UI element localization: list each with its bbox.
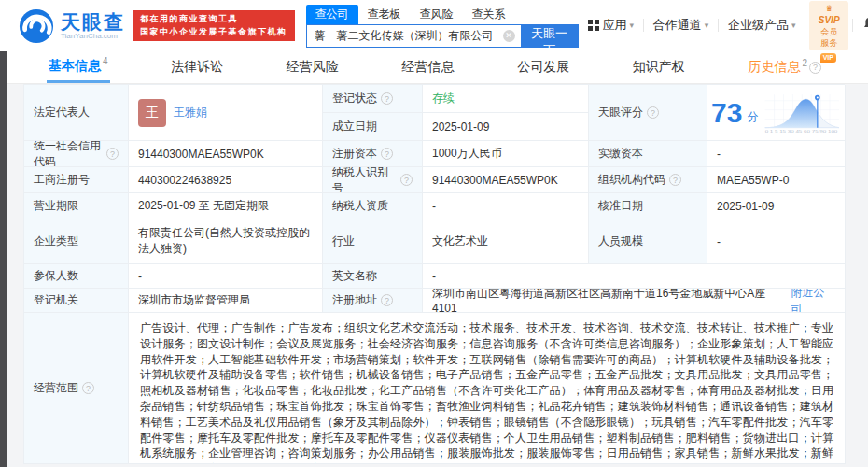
status-badge: 存续 [432, 91, 455, 106]
svip-label: SVIP [819, 15, 840, 25]
help-icon[interactable]: ? [106, 148, 119, 160]
tianyancha-score[interactable]: 73 分 [707, 85, 846, 141]
search-tab-risk[interactable]: 查风险 [411, 5, 463, 24]
search-tab-company[interactable]: 查公司 [306, 5, 358, 24]
slogan-line1: 都在用的商业查询工具 [140, 13, 287, 25]
field-label-taxpayer-qual: 纳税人资质 [323, 193, 423, 219]
help-icon[interactable]: ? [647, 106, 659, 119]
tab-development-label: 公司发展 [517, 59, 569, 76]
chevron-down-icon: ▾ [705, 21, 709, 30]
vip-badge: VIP [820, 53, 836, 63]
field-value-uscc: 91440300MAEA55WP0K [129, 141, 323, 167]
value-text: 91440300MAEA55WP0K [432, 174, 558, 187]
value-text: 有限责任公司(自然人投资或控股的法人独资) [138, 226, 310, 255]
label-text: 行业 [332, 234, 355, 249]
help-icon[interactable]: ? [381, 148, 393, 160]
field-label-legal-rep: 法定代表人 [24, 85, 129, 141]
field-label-term: 营业期限 [24, 193, 129, 219]
field-label-uscc: 统一社会信用代码 ? [24, 141, 129, 167]
svip-member-button[interactable]: ♛ SVIP 会员服务 [809, 1, 848, 51]
label-text: 参保人数 [34, 268, 78, 284]
tab-ip[interactable]: 知识产权 [631, 51, 687, 83]
value-text: 文化艺术业 [432, 234, 488, 249]
label-text: 核准日期 [598, 198, 643, 214]
clear-icon[interactable]: ✕ [503, 30, 515, 42]
field-value-reg-no: 440300224638925 [129, 167, 323, 193]
menu-apps-label: 应用 [603, 17, 627, 34]
slogan-line2: 国家中小企业发展子基金旗下机构 [140, 26, 287, 38]
top-header: 天眼查 TianYanCha.com 都在用的商业查询工具 国家中小企业发展子基… [0, 0, 868, 51]
tab-risk-label: 经营风险 [287, 59, 339, 76]
search-tabs: 查公司 查老板 查风险 查关系 [306, 5, 579, 24]
field-value-authority: 深圳市市场监督管理局 [129, 289, 323, 313]
help-icon[interactable]: ? [400, 174, 413, 186]
field-label-address: 注册地址 ? [323, 289, 423, 313]
label-text: 纳税人识别号 [332, 167, 397, 193]
value-text: 91440300MAEA55WP0K [138, 148, 264, 161]
help-icon[interactable]: ? [381, 92, 393, 105]
search-button[interactable]: 天眼一下 [521, 24, 579, 48]
field-label-company-type: 企业类型 [24, 219, 129, 264]
label-text: 法定代表人 [34, 105, 90, 120]
tab-operation[interactable]: 经营信息 [399, 51, 455, 83]
label-text: 纳税人资质 [332, 198, 388, 214]
notifications-button[interactable] [853, 16, 868, 35]
tab-ip-label: 知识产权 [633, 59, 685, 76]
field-value-insured: - [129, 264, 323, 289]
value-text: MAEA55WP-0 [717, 174, 789, 187]
field-label-industry: 行业 [323, 219, 423, 264]
label-text: 经营范围 [34, 380, 78, 396]
menu-cooperation[interactable]: 合作通道 ▾ [644, 17, 719, 34]
menu-enterprise[interactable]: 企业级产品 ▾ [719, 17, 805, 34]
nearby-companies-link[interactable]: 附近公司 [791, 289, 835, 313]
score-unit: 分 [747, 109, 758, 125]
basic-info-table: 法定代表人 王 王雅娟 登记状态 ? 存续 成立日期 2025-01-09 天眼… [23, 84, 845, 464]
scope-text: 广告设计、代理；广告制作；广告发布；组织文化艺术交流活动；技术服务、技术开发、技… [140, 321, 833, 464]
field-label-staff-size: 人员规模 [589, 219, 707, 264]
help-icon[interactable]: ? [669, 174, 681, 186]
address-text: 深圳市南山区粤海街道高新区社区高新南十道16号金地威新中心A座4101 [432, 289, 787, 313]
field-label-reg-status: 登记状态 ? [323, 85, 423, 113]
field-value-english-name: - [423, 264, 846, 289]
field-value-taxpayer-qual: - [423, 193, 589, 219]
label-text: 登记状态 [332, 91, 377, 106]
field-label-reg-capital: 注册资本 ? [323, 141, 423, 167]
tianyancha-logo[interactable]: 天眼查 TianYanCha.com [19, 8, 125, 44]
search-tab-relation[interactable]: 查关系 [463, 5, 515, 24]
tab-basic-info[interactable]: 基本信息 4 [47, 51, 110, 83]
field-label-est-date: 成立日期 [323, 113, 423, 141]
search-input[interactable] [306, 24, 521, 48]
field-value-taxpayer-id: 91440300MAEA55WP0K [423, 167, 589, 193]
field-label-insured: 参保人数 [24, 264, 129, 289]
tab-history[interactable]: 历史信息 2 ? VIP [746, 51, 823, 83]
brand-slogan: 都在用的商业查询工具 国家中小企业发展子基金旗下机构 [133, 10, 295, 40]
field-value-industry: 文化艺术业 [423, 219, 589, 264]
field-value-reg-status: 存续 [423, 85, 589, 113]
tab-risk[interactable]: 经营风险 [285, 51, 341, 83]
chevron-down-icon: ▾ [630, 21, 635, 30]
field-label-english-name: 英文名称 [323, 264, 423, 289]
help-icon[interactable]: ? [82, 382, 94, 394]
tab-development[interactable]: 公司发展 [515, 51, 571, 83]
field-value-term: 2025-01-09 至 无固定期限 [129, 193, 323, 219]
search-tab-boss[interactable]: 查老板 [358, 5, 411, 24]
tab-basic-count: 4 [103, 56, 108, 66]
label-text: 天眼评分 [598, 105, 643, 120]
field-value-org-code: MAEA55WP-0 [707, 167, 846, 193]
legal-rep-avatar[interactable]: 王 [138, 99, 166, 127]
bell-icon [862, 16, 868, 32]
tab-legal[interactable]: 法律诉讼 [169, 51, 225, 83]
help-icon[interactable]: ? [809, 62, 821, 74]
chevron-down-icon: ▾ [791, 21, 796, 30]
left-edge-strip [0, 51, 7, 467]
value-text: - [432, 200, 436, 213]
search-module: 查公司 查老板 查风险 查关系 ✕ 天眼一下 [306, 5, 579, 48]
field-value-scope: 广告设计、代理；广告制作；广告发布；组织文化艺术交流活动；技术服务、技术开发、技… [129, 313, 846, 464]
label-text: 注册资本 [332, 146, 377, 162]
legal-rep-link[interactable]: 王雅娟 [174, 105, 207, 120]
menu-apps[interactable]: 应用 ▾ [579, 17, 644, 34]
help-icon[interactable]: ? [381, 294, 393, 306]
value-text: - [717, 235, 721, 248]
field-value-reg-capital: 1000万人民币 [423, 141, 589, 167]
field-label-paid-capital: 实缴资本 [589, 141, 707, 167]
